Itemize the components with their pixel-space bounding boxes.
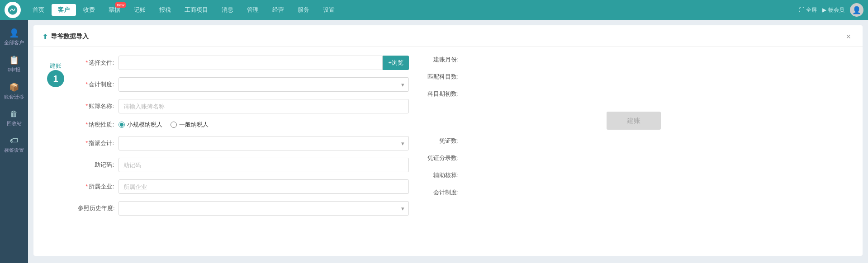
account-migration-icon: 📦: [9, 82, 19, 92]
tax-nature-radio-group: 小规模纳税人 一般纳税人: [119, 121, 209, 129]
voucher-entries-label: 凭证分录数:: [418, 154, 463, 162]
tax-nature-label: *纳税性质:: [78, 121, 119, 129]
fullscreen-icon: ⛶: [799, 7, 804, 13]
memo-code-row: 助记码:: [78, 158, 409, 172]
form-area: 建账 1 *选择文件: +浏览: [47, 56, 409, 223]
nav-item-customers[interactable]: 客户: [52, 4, 76, 16]
info-accounting-system-label: 会计制度:: [418, 188, 463, 197]
vip-label: 畅会员: [828, 6, 844, 14]
all-customers-icon: 👤: [9, 28, 19, 38]
import-icon: ⬆: [43, 33, 48, 40]
tax-general-radio[interactable]: [171, 122, 177, 128]
reference-year-row: 参照历史年度:: [78, 201, 409, 216]
initial-balance-label: 科目期初数:: [418, 90, 463, 98]
nav-item-accounting[interactable]: 记账: [128, 4, 152, 16]
ledger-name-input[interactable]: [119, 99, 409, 113]
voucher-count-label: 凭证数:: [418, 137, 463, 145]
accounting-system-row: *会计制度:: [78, 77, 409, 92]
reference-year-select-wrap: [119, 201, 409, 216]
file-row: *选择文件: +浏览: [78, 56, 409, 70]
step-indicator: 建账 1: [47, 56, 64, 223]
info-accounting-system-row: 会计制度:: [418, 188, 849, 197]
main-layout: 👤 全部客户 📋 0申报 📦 账套迁移 🗑 回收站 🏷 标签设置 ⬆ 导爷: [0, 20, 868, 263]
sidebar-item-zero-filing[interactable]: 📋 0申报: [0, 52, 28, 77]
file-label: *选择文件:: [78, 59, 119, 67]
accountant-label: *指派会计:: [78, 139, 119, 147]
build-month-row: 建账月份:: [418, 56, 849, 64]
nav-item-tax[interactable]: 报税: [153, 4, 177, 16]
step-circle: 1: [47, 70, 64, 87]
recycle-bin-icon: 🗑: [10, 109, 18, 119]
initial-balance-row: 科目期初数:: [418, 90, 849, 98]
memo-code-label: 助记码:: [78, 161, 119, 169]
nav-menu: 首页 客户 收费 票据 new 记账 报税 工商项目 消息 管理 经营 服务 设…: [26, 4, 799, 16]
nav-item-services[interactable]: 服务: [291, 4, 316, 16]
accountant-select[interactable]: [119, 136, 409, 150]
company-label: *所属企业:: [78, 183, 119, 191]
tax-nature-row: *纳税性质: 小规模纳税人 一般纳税人: [78, 121, 409, 129]
tag-settings-icon: 🏷: [10, 136, 18, 146]
reference-year-select[interactable]: [119, 201, 409, 216]
auxiliary-row: 辅助核算:: [418, 171, 849, 179]
nav-right-actions: ⛶ 全屏 ▶ 畅会员 👤: [799, 3, 863, 17]
company-row: *所属企业:: [78, 179, 409, 194]
tax-small-radio[interactable]: [119, 122, 125, 128]
nav-item-tickets[interactable]: 票据 new: [102, 4, 127, 16]
sidebar-item-tag-settings[interactable]: 🏷 标签设置: [0, 132, 28, 157]
sidebar: 👤 全部客户 📋 0申报 📦 账套迁移 🗑 回收站 🏷 标签设置: [0, 20, 28, 263]
dialog-card: ⬆ 导爷数据导入 × 建账 1 *: [33, 25, 863, 256]
ledger-name-label: *账簿名称:: [78, 102, 119, 110]
build-month-label: 建账月份:: [418, 56, 463, 64]
step-label: 建账: [50, 62, 62, 70]
file-input-group: +浏览: [119, 56, 409, 70]
nav-item-home[interactable]: 首页: [26, 4, 51, 16]
accountant-select-wrap: [119, 136, 409, 150]
dialog-title: ⬆ 导爷数据导入: [43, 33, 89, 41]
accounting-system-select[interactable]: [119, 77, 409, 92]
sidebar-item-all-customers[interactable]: 👤 全部客户: [0, 24, 28, 50]
vip-icon: ▶: [822, 7, 826, 13]
voucher-count-row: 凭证数:: [418, 137, 849, 145]
company-input[interactable]: [119, 179, 409, 194]
nav-item-manage[interactable]: 管理: [241, 4, 265, 16]
user-avatar[interactable]: 👤: [850, 3, 863, 17]
voucher-entries-row: 凭证分录数:: [418, 154, 849, 162]
nav-item-operations[interactable]: 经营: [266, 4, 290, 16]
ledger-name-row: *账簿名称:: [78, 99, 409, 113]
form-fields: *选择文件: +浏览 *会计制度:: [78, 56, 409, 223]
dialog-body: 建账 1 *选择文件: +浏览: [33, 47, 863, 232]
info-area: 建账月份: 匹配科目数: 科目期初数: 建账: [409, 56, 849, 223]
tax-small-option[interactable]: 小规模纳税人: [119, 121, 162, 129]
accountant-row: *指派会计:: [78, 136, 409, 150]
zero-filing-icon: 📋: [9, 55, 19, 65]
accounting-system-label: *会计制度:: [78, 80, 119, 89]
top-navbar: 首页 客户 收费 票据 new 记账 报税 工商项目 消息 管理 经营 服务 设…: [0, 0, 868, 20]
match-subjects-row: 匹配科目数:: [418, 73, 849, 81]
new-badge: new: [115, 2, 126, 8]
sidebar-item-account-migration[interactable]: 📦 账套迁移: [0, 79, 28, 104]
app-logo: [5, 2, 21, 18]
nav-item-messages[interactable]: 消息: [215, 4, 240, 16]
auxiliary-label: 辅助核算:: [418, 171, 463, 179]
nav-item-fees[interactable]: 收费: [77, 4, 101, 16]
nav-item-settings[interactable]: 设置: [317, 4, 341, 16]
file-input[interactable]: [119, 56, 383, 70]
main-content: ⬆ 导爷数据导入 × 建账 1 *: [28, 20, 868, 263]
sidebar-item-recycle-bin[interactable]: 🗑 回收站: [0, 106, 28, 131]
nav-item-business[interactable]: 工商项目: [178, 4, 214, 16]
tax-general-option[interactable]: 一般纳税人: [171, 121, 209, 129]
dialog-header: ⬆ 导爷数据导入 ×: [33, 25, 863, 47]
match-subjects-label: 匹配科目数:: [418, 73, 463, 81]
reference-year-label: 参照历史年度:: [78, 204, 119, 212]
fullscreen-button[interactable]: ⛶ 全屏: [799, 6, 817, 14]
vip-button[interactable]: ▶ 畅会员: [822, 6, 844, 14]
accounting-system-select-wrap: [119, 77, 409, 92]
build-btn-wrap: 建账: [418, 112, 849, 130]
build-button[interactable]: 建账: [607, 112, 661, 130]
close-button[interactable]: ×: [843, 32, 854, 42]
browse-button[interactable]: +浏览: [383, 56, 409, 70]
memo-code-input[interactable]: [119, 158, 409, 172]
